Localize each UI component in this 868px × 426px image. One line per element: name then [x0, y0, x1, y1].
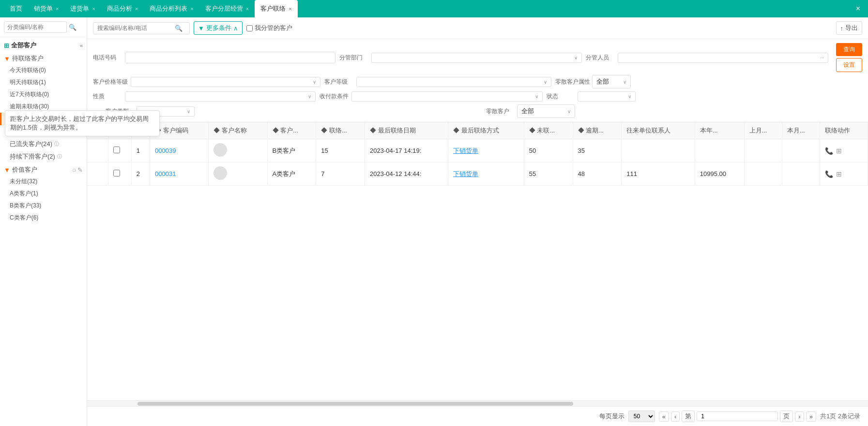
payment-label: 收付款条件: [320, 92, 349, 101]
close-product-analysis-tab[interactable]: ×: [135, 6, 138, 12]
row1-grid-icon[interactable]: ⊞: [836, 147, 842, 155]
circle-icon[interactable]: ○: [72, 166, 76, 174]
settings-button[interactable]: 设置: [836, 58, 862, 72]
scrollbar-thumb[interactable]: [137, 402, 573, 406]
prev-page-btn[interactable]: ‹: [671, 411, 680, 422]
c-class-item[interactable]: C类客户(6): [0, 212, 87, 224]
uncontacted-col-header[interactable]: ◆ 未联...: [524, 122, 573, 139]
dept-label: 分管部门: [339, 54, 368, 62]
contact-count-col-header[interactable]: ◆ 联络...: [316, 122, 365, 139]
more-conditions-button[interactable]: ▼ 更多条件 ∧: [194, 21, 243, 35]
nav-item-customer-contact[interactable]: 客户联络 ×: [255, 0, 297, 17]
a-class-item[interactable]: A类客户(1): [0, 188, 87, 200]
last-month-col-header[interactable]: 上月...: [744, 122, 782, 139]
scatter-attr-select[interactable]: 全部 ∨: [592, 75, 631, 88]
next-page-btn[interactable]: ›: [795, 411, 804, 422]
collapse-sidebar-icon[interactable]: «: [80, 43, 83, 48]
price-level-select[interactable]: ∨: [131, 77, 320, 87]
all-customers-title[interactable]: ⊞ 全部客户 «: [0, 37, 87, 52]
row2-select-checkbox[interactable]: [113, 170, 120, 176]
last-contact-method-col-header[interactable]: ◆ 最后联络方式: [448, 122, 524, 139]
tomorrow-pending-item[interactable]: 明天待联络(1): [0, 76, 87, 88]
phone-input[interactable]: [125, 52, 335, 63]
row1-code[interactable]: 000039: [150, 139, 209, 162]
edit-icon[interactable]: ✎: [77, 166, 83, 174]
nav-item-purchase[interactable]: 进货单 ×: [64, 0, 101, 17]
close-segmentation-tab[interactable]: ×: [246, 6, 249, 12]
per-page-select[interactable]: 50 100 200: [628, 411, 655, 422]
row2-checkbox: [108, 162, 131, 186]
cust-level-select[interactable]: ∨: [356, 77, 552, 87]
export-button[interactable]: ↑ 导出: [836, 21, 863, 35]
gender-label: 性质: [93, 92, 122, 101]
horizontal-scrollbar[interactable]: [87, 400, 868, 406]
row1-phone-icon[interactable]: 📞: [825, 147, 833, 155]
name-col-header[interactable]: ◆ 客户名称: [209, 122, 267, 139]
last-contact-date-col-header[interactable]: ◆ 最后联络日期: [365, 122, 448, 139]
declining-item[interactable]: 持续下滑客户(2) ⓘ: [0, 150, 87, 163]
manager-select[interactable]: ···: [618, 53, 828, 63]
row1-select-checkbox[interactable]: [113, 147, 120, 153]
close-purchase-tab[interactable]: ×: [92, 6, 95, 12]
status-filter: 状态 ∨: [547, 91, 636, 102]
gender-select[interactable]: ∨: [125, 91, 316, 102]
nav-item-sales[interactable]: 销货单 ×: [28, 0, 64, 17]
manager-filter: 分管人员 ···: [586, 53, 828, 63]
pending-contact-group[interactable]: ▼ 待联络客户: [0, 52, 87, 64]
row2-grid-icon[interactable]: ⊞: [836, 170, 842, 178]
filter-icon: ▼: [198, 25, 204, 32]
first-page-btn[interactable]: «: [659, 411, 669, 422]
table-row: 2 000031 A类客户 7 2023-04-12 14:44: 下销货单 5…: [87, 162, 868, 186]
filter-row-2: 客户价格等级 ∨ 客户等级 ∨ 零散客户属性 全部: [93, 75, 862, 88]
query-button[interactable]: 查询: [836, 43, 862, 56]
today-pending-item[interactable]: 今天待联络(0): [0, 64, 87, 76]
table-header-row: ⚙ # ◆ 客户编码 ◆ 客户名称 ◆ 客户... ◆: [87, 122, 868, 139]
main-search-input[interactable]: [97, 25, 175, 31]
page-navigation: « ‹ 第 页 › »: [659, 411, 816, 422]
status-select[interactable]: ∨: [578, 91, 636, 102]
row2-this-month: [782, 162, 820, 186]
value-customer-group-header[interactable]: ▼ 价值客户 ○ ✎: [0, 163, 87, 176]
cust-level-arrow: ∨: [544, 79, 547, 85]
nav-item-product-analysis[interactable]: 商品分析 ×: [101, 0, 144, 17]
row2-cust-type: A类客户: [267, 162, 316, 186]
row2-code[interactable]: 000031: [150, 162, 209, 186]
nav-item-product-list[interactable]: 商品分析列表 ×: [144, 0, 199, 17]
cust-type-col-header[interactable]: ◆ 客户...: [267, 122, 316, 139]
dept-select[interactable]: ∨: [371, 53, 582, 63]
last-page-btn[interactable]: »: [806, 411, 816, 422]
this-month-col-header[interactable]: 本月...: [782, 122, 820, 139]
overdue-col-header[interactable]: ◆ 逾期...: [573, 122, 622, 139]
week-pending-item[interactable]: 近7天待联络(0): [0, 88, 87, 101]
row1-last-contact-method[interactable]: 下销货单: [448, 139, 524, 162]
row2-phone-icon[interactable]: 📞: [825, 170, 833, 178]
row2-last-contact-method[interactable]: 下销货单: [448, 162, 524, 186]
churned-item[interactable]: 已流失客户(24) ⓘ: [0, 138, 87, 150]
arrow-icon: ▼: [4, 55, 10, 62]
sidebar-search-input[interactable]: [4, 21, 67, 33]
row1-this-month: [782, 139, 820, 162]
row1-checkbox: [108, 139, 131, 162]
close-sales-tab[interactable]: ×: [56, 6, 59, 12]
tooltip-box: 距客户上次交易时长，超过了此客户的平均交易周期的1.5倍，则视为异常。: [5, 110, 160, 136]
close-window-button[interactable]: ×: [852, 4, 864, 13]
unit-contact-col-header[interactable]: 往来单位联系人: [622, 122, 695, 139]
sidebar-search-icon[interactable]: 🔍: [69, 24, 76, 31]
b-class-item[interactable]: B类客户(33): [0, 200, 87, 212]
page-number-input[interactable]: [697, 411, 778, 421]
close-contact-tab[interactable]: ×: [289, 6, 291, 12]
row1-overdue: 35: [573, 139, 622, 162]
payment-select[interactable]: ∨: [351, 91, 542, 102]
unclassified-item[interactable]: 未分组(32): [0, 176, 87, 188]
filter-row-1: 电话号码 分管部门 ∨ 分管人员 ···: [93, 43, 862, 72]
main-search-icon[interactable]: 🔍: [175, 25, 183, 32]
nav-item-customer-segmentation[interactable]: 客户分层经营 ×: [199, 0, 255, 17]
manager-label: 分管人员: [586, 54, 615, 62]
row1-action-icons: 📞 ⊞: [825, 147, 863, 155]
my-customers-checkbox[interactable]: [246, 25, 253, 31]
nav-item-home[interactable]: 首页: [4, 0, 28, 17]
row1-settings: [87, 139, 108, 162]
close-product-list-tab[interactable]: ×: [190, 6, 193, 12]
scatter2-select[interactable]: 全部 ∨: [517, 104, 575, 118]
this-year-col-header[interactable]: 本年...: [695, 122, 744, 139]
